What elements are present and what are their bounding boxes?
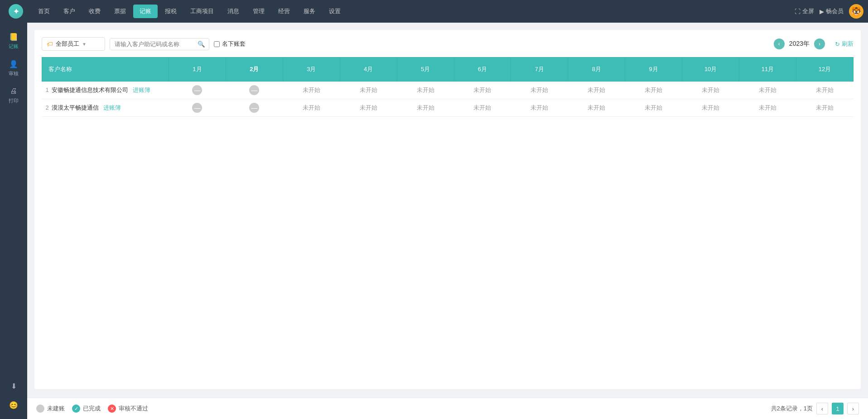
nav-item-客户[interactable]: 客户 xyxy=(57,5,82,18)
nav-item-首页[interactable]: 首页 xyxy=(32,5,56,18)
month-cell-1-4: 未开始 xyxy=(397,99,454,117)
fullscreen-label: 全屏 xyxy=(802,7,814,15)
refresh-button[interactable]: ↻ 刷新 xyxy=(835,40,854,48)
month-cell-0-2: 未开始 xyxy=(283,82,340,99)
not-started-label: 未开始 xyxy=(759,104,776,111)
not-started-label: 未开始 xyxy=(702,87,719,93)
table-wrapper: 客户名称1月2月3月4月5月6月7月8月9月10月11月12月 1安徽畅捷通信息… xyxy=(42,57,854,117)
search-icon: 🔍 xyxy=(198,41,205,48)
pagination-prev-button[interactable]: ‹ xyxy=(816,403,828,414)
logo-icon: ✦ xyxy=(9,4,23,19)
table-row: 1安徽畅捷通信息技术有限公司进账簿——未开始未开始未开始未开始未开始未开始未开始… xyxy=(42,82,854,99)
legend-dot-grey xyxy=(36,405,44,413)
nav-menu: 首页客户收费票据记账报税工商项目消息管理经营服务设置 xyxy=(32,5,795,18)
fullscreen-button[interactable]: ⛶ 全屏 xyxy=(795,7,814,15)
month-cell-1-0: — xyxy=(169,99,226,117)
vip-icon: ▶ xyxy=(820,8,824,15)
pagination-page-1-button[interactable]: 1 xyxy=(832,403,844,414)
not-started-label: 未开始 xyxy=(360,87,377,93)
table-body: 1安徽畅捷通信息技术有限公司进账簿——未开始未开始未开始未开始未开始未开始未开始… xyxy=(42,82,854,117)
top-navigation: ✦ 首页客户收费票据记账报税工商项目消息管理经营服务设置 ⛶ 全屏 ▶ 畅会员 … xyxy=(0,0,868,23)
client-name-1: 漠漠太平畅捷通信 xyxy=(52,104,99,111)
nav-item-工商项目[interactable]: 工商项目 xyxy=(184,5,220,18)
month-cell-1-1: — xyxy=(226,99,283,117)
month-cell-0-4: 未开始 xyxy=(397,82,454,99)
month-cell-0-10: 未开始 xyxy=(739,82,796,99)
table-header: 客户名称1月2月3月4月5月6月7月8月9月10月11月12月 xyxy=(42,58,854,82)
col-header-10: 10月 xyxy=(682,58,739,82)
pagination-next-button[interactable]: › xyxy=(847,403,859,414)
month-cell-1-9: 未开始 xyxy=(682,99,739,117)
nav-item-报税[interactable]: 报税 xyxy=(159,5,183,18)
legend-item-grey: 未建账 xyxy=(36,405,65,413)
not-started-label: 未开始 xyxy=(645,104,662,111)
employee-select-label: 全部员工 xyxy=(56,40,79,48)
sidebar-item-审核[interactable]: 👤审核 xyxy=(0,54,27,82)
sidebar-item-记账[interactable]: 📒记账 xyxy=(0,27,27,54)
nav-item-设置[interactable]: 设置 xyxy=(323,5,347,18)
toolbar: 🏷 全部员工 ▼ 🔍 名下账套 ‹ 2023年 › ↻ 刷新 xyxy=(42,37,854,51)
year-navigation: ‹ 2023年 › xyxy=(774,39,825,49)
legend-label-teal: 已完成 xyxy=(83,405,101,413)
search-box: 🔍 xyxy=(110,38,209,50)
not-started-label: 未开始 xyxy=(702,104,719,111)
nav-item-经营[interactable]: 经营 xyxy=(272,5,296,18)
vip-label: 畅会员 xyxy=(826,7,844,15)
enter-ledger-button-0[interactable]: 进账簿 xyxy=(133,87,150,93)
nav-item-记账[interactable]: 记账 xyxy=(133,5,158,18)
year-next-button[interactable]: › xyxy=(814,39,825,49)
not-started-label: 未开始 xyxy=(588,87,605,93)
legend-label-red: 审核不通过 xyxy=(119,405,148,413)
accounts-table: 客户名称1月2月3月4月5月6月7月8月9月10月11月12月 1安徽畅捷通信息… xyxy=(42,57,854,117)
month-cell-0-7: 未开始 xyxy=(568,82,625,99)
nav-item-服务[interactable]: 服务 xyxy=(297,5,322,18)
sidebar-bottom-icon-0: ⬇ xyxy=(9,381,19,391)
sidebar-bottom-item-1[interactable]: 😊 xyxy=(9,395,19,414)
employee-select-dropdown[interactable]: 🏷 全部员工 ▼ xyxy=(42,37,105,51)
month-cell-1-5: 未开始 xyxy=(454,99,511,117)
month-cell-1-6: 未开始 xyxy=(511,99,568,117)
pagination: 共2条记录，1页 ‹ 1 › xyxy=(771,403,859,414)
month-cell-1-3: 未开始 xyxy=(340,99,397,117)
user-avatar[interactable]: 🐯 xyxy=(849,4,863,19)
col-header-12: 12月 xyxy=(796,58,853,82)
sidebar-bottom-item-0[interactable]: ⬇ xyxy=(9,376,19,395)
not-started-label: 未开始 xyxy=(417,104,434,111)
legend-label-grey: 未建账 xyxy=(47,405,65,413)
enter-ledger-button-1[interactable]: 进账簿 xyxy=(103,104,121,111)
month-cell-1-7: 未开始 xyxy=(568,99,625,117)
year-prev-button[interactable]: ‹ xyxy=(774,39,785,49)
not-started-label: 未开始 xyxy=(303,104,320,111)
col-header-7: 7月 xyxy=(511,58,568,82)
not-started-label: 未开始 xyxy=(645,87,662,93)
pagination-total: 共2条记录，1页 xyxy=(771,405,813,413)
search-input[interactable] xyxy=(110,39,194,50)
search-button[interactable]: 🔍 xyxy=(194,39,209,50)
nav-item-票据[interactable]: 票据 xyxy=(108,5,132,18)
app-logo[interactable]: ✦ xyxy=(5,4,27,19)
not-started-label: 未开始 xyxy=(816,104,834,111)
my-accounts-checkbox-label[interactable]: 名下账套 xyxy=(214,40,246,48)
client-name-0: 安徽畅捷通信息技术有限公司 xyxy=(52,87,128,93)
not-started-label: 未开始 xyxy=(417,87,434,93)
not-started-label: 未开始 xyxy=(530,104,548,111)
row-number-1: 2 xyxy=(46,104,49,111)
nav-item-收费[interactable]: 收费 xyxy=(82,5,107,18)
footer: 未建账✓已完成✕审核不通过 共2条记录，1页 ‹ 1 › xyxy=(27,398,868,419)
status-dash-icon: — xyxy=(192,85,202,95)
col-header-5: 5月 xyxy=(397,58,454,82)
vip-button[interactable]: ▶ 畅会员 xyxy=(820,7,844,15)
not-started-label: 未开始 xyxy=(759,87,776,93)
my-accounts-checkbox[interactable] xyxy=(214,41,220,47)
nav-item-管理[interactable]: 管理 xyxy=(246,5,271,18)
month-cell-0-9: 未开始 xyxy=(682,82,739,99)
col-header-4: 4月 xyxy=(340,58,397,82)
col-header-1: 1月 xyxy=(169,58,226,82)
month-cell-0-6: 未开始 xyxy=(511,82,568,99)
col-header-2: 2月 xyxy=(226,58,283,82)
sidebar-item-打印[interactable]: 🖨打印 xyxy=(0,82,27,109)
nav-item-消息[interactable]: 消息 xyxy=(221,5,246,18)
legend: 未建账✓已完成✕审核不通过 xyxy=(36,405,148,413)
col-header-8: 8月 xyxy=(568,58,625,82)
month-cell-0-1: — xyxy=(226,82,283,99)
